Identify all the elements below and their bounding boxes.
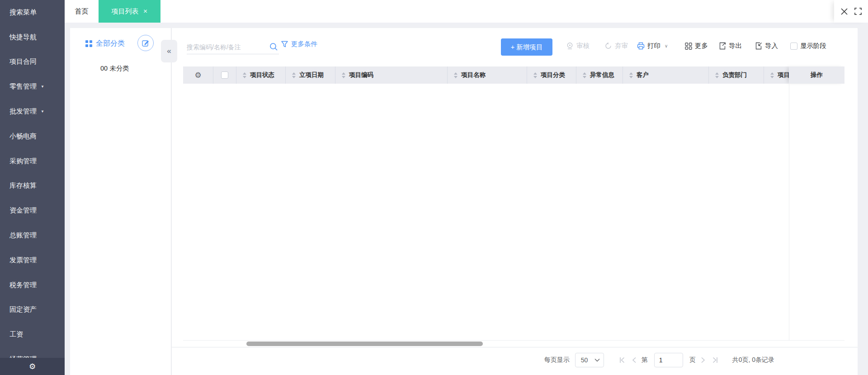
settings-gear-icon[interactable]: ⚙: [29, 363, 36, 370]
show-stage-toggle[interactable]: 显示阶段: [790, 42, 826, 50]
next-page-button[interactable]: [701, 357, 706, 363]
last-page-button[interactable]: [712, 357, 718, 363]
first-page-button[interactable]: [619, 357, 625, 363]
sidebar-item-quick-nav[interactable]: 快捷导航: [0, 25, 65, 50]
grid-more-icon: [685, 43, 692, 50]
column-header-start-date[interactable]: 立项日期: [286, 66, 335, 84]
search-icon[interactable]: [269, 43, 278, 51]
column-header-exception-info[interactable]: 异常信息: [576, 66, 623, 84]
column-settings-gear-icon[interactable]: ⚙: [194, 71, 201, 79]
close-icon[interactable]: [840, 8, 848, 15]
filter-icon: [281, 41, 288, 47]
sidebar-item-label: 税务管理: [9, 281, 37, 290]
show-stage-checkbox[interactable]: [790, 43, 797, 50]
page-input[interactable]: [654, 353, 683, 367]
collapse-panel-button[interactable]: «: [161, 40, 177, 62]
horizontal-scrollbar: [183, 341, 844, 347]
more-button[interactable]: 更多: [685, 42, 708, 50]
column-header-customer[interactable]: 客户: [623, 66, 709, 84]
sidebar-item-purchase[interactable]: 采购管理: [0, 149, 65, 174]
column-header-project-name[interactable]: 项目名称: [448, 66, 527, 84]
search-input[interactable]: [187, 41, 264, 53]
sort-icon[interactable]: [629, 72, 633, 78]
sidebar-item-funds[interactable]: 资金管理: [0, 198, 65, 223]
sidebar-item-inventory[interactable]: 库存核算: [0, 174, 65, 199]
window-controls: [834, 0, 868, 23]
column-header-project-status[interactable]: 项目状态: [236, 66, 286, 84]
column-settings-cell[interactable]: ⚙: [183, 66, 213, 84]
category-node-unclassified[interactable]: 00 未分类: [100, 64, 129, 73]
sort-icon[interactable]: [292, 72, 296, 78]
column-header-project-truncated[interactable]: 项目: [764, 66, 789, 84]
edit-category-button[interactable]: [137, 35, 154, 51]
column-label: 项目名称: [461, 71, 486, 79]
print-button[interactable]: 打印 ∨: [637, 42, 668, 50]
table-body-bottom-border: [183, 340, 844, 341]
sort-icon[interactable]: [533, 72, 537, 78]
sidebar-item-search-menu[interactable]: 搜索菜单: [0, 0, 65, 25]
sidebar-item-project-contract[interactable]: 项目合同: [0, 50, 65, 75]
column-label: 项目分类: [541, 71, 565, 79]
sort-icon[interactable]: [342, 72, 345, 78]
sidebar-item-fixed-assets[interactable]: 固定资产: [0, 298, 65, 323]
main-panel: 更多条件 + 新增项目 审核 弃审 打印 ∨ 更多 导出 导入 显示阶段 ⚙ 项…: [172, 28, 858, 375]
import-icon: [755, 42, 762, 50]
undo-circle-icon: [604, 42, 612, 50]
sidebar-item-label: 批发管理: [9, 107, 37, 116]
sidebar-item-retail[interactable]: 零售管理▼: [0, 74, 65, 99]
tab-project-list[interactable]: 项目列表 ✕: [99, 0, 160, 23]
unaudit-label: 弃审: [615, 42, 628, 50]
sidebar-item-ledger[interactable]: 总账管理: [0, 223, 65, 248]
sidebar-item-payroll[interactable]: 工资: [0, 322, 65, 347]
audit-button[interactable]: 审核: [566, 42, 590, 50]
sidebar-item-operations[interactable]: 经营管理: [0, 347, 65, 359]
per-page-select[interactable]: 50: [575, 353, 604, 367]
select-all-checkbox[interactable]: [221, 71, 228, 79]
select-all-cell[interactable]: [213, 66, 236, 84]
more-filters-label: 更多条件: [291, 40, 317, 48]
sidebar-item-wholesale[interactable]: 批发管理▼: [0, 99, 65, 124]
add-project-button[interactable]: + 新增项目: [501, 38, 552, 56]
unaudit-button[interactable]: 弃审: [604, 42, 628, 50]
tab-home[interactable]: 首页: [65, 0, 99, 23]
sort-icon[interactable]: [583, 72, 586, 78]
sort-icon[interactable]: [770, 72, 774, 78]
sort-icon[interactable]: [715, 72, 719, 78]
export-button[interactable]: 导出: [719, 42, 742, 50]
column-header-project-code[interactable]: 项目编码: [335, 66, 448, 84]
more-filters-link[interactable]: 更多条件: [281, 40, 317, 48]
edit-pencil-icon: [142, 39, 149, 47]
tab-close-icon[interactable]: ✕: [143, 8, 147, 14]
print-label: 打印: [647, 42, 660, 50]
scrollbar-thumb[interactable]: [246, 342, 483, 346]
prev-page-button[interactable]: [632, 357, 637, 363]
column-header-project-category[interactable]: 项目分类: [527, 66, 576, 84]
fullscreen-icon[interactable]: [854, 8, 862, 15]
sidebar-item-ecommerce[interactable]: 小畅电商: [0, 124, 65, 149]
column-header-actions[interactable]: 操作: [789, 66, 844, 84]
sort-icon[interactable]: [243, 72, 246, 78]
sidebar-item-tax[interactable]: 税务管理: [0, 273, 65, 298]
column-label: 操作: [811, 71, 823, 79]
sidebar-item-invoice[interactable]: 发票管理: [0, 248, 65, 273]
sidebar-item-label: 资金管理: [9, 206, 37, 215]
chevron-down-icon: [594, 358, 600, 362]
column-label: 项目状态: [250, 71, 274, 79]
sidebar-item-label: 项目合同: [9, 57, 37, 66]
category-grid-icon: [85, 40, 92, 47]
page-summary: 共0页, 0条记录: [732, 356, 774, 364]
column-label: 异常信息: [590, 71, 614, 79]
sidebar-item-label: 总账管理: [9, 231, 37, 240]
sidebar-item-label: 工资: [9, 330, 23, 339]
audit-label: 审核: [576, 42, 590, 50]
sort-icon[interactable]: [454, 72, 458, 78]
column-header-department[interactable]: 负责部门: [709, 66, 764, 84]
category-title[interactable]: 全部分类: [96, 39, 125, 48]
import-button[interactable]: 导入: [755, 42, 778, 50]
show-stage-label: 显示阶段: [800, 42, 826, 50]
sidebar-item-label: 快捷导航: [9, 33, 37, 42]
page-suffix-label: 页: [689, 356, 696, 364]
table-header: ⚙ 项目状态 立项日期 项目编码 项目名称 项目分类 异常信息 客户 负责部门 …: [183, 66, 844, 84]
per-page-label: 每页显示: [544, 356, 570, 364]
sidebar-footer: ⚙: [0, 358, 65, 375]
